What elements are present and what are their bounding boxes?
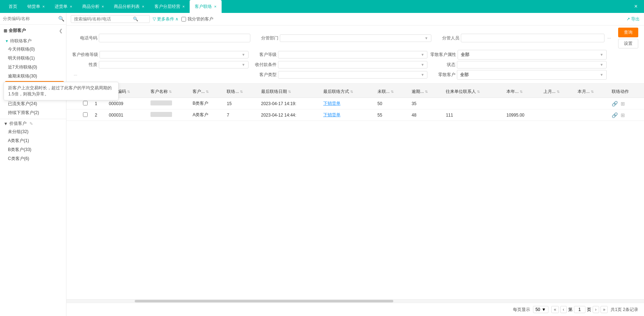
my-customers-checkbox[interactable] — [181, 17, 186, 22]
row2-method-link[interactable]: 下销货单 — [323, 112, 340, 117]
filter-cell-payment: 收付款条件 ▼ — [251, 61, 428, 69]
nav-item-sales[interactable]: 销货单 × — [22, 0, 50, 13]
nav-item-customer-tier[interactable]: 客户分层经营 × — [149, 0, 190, 13]
manager-input[interactable] — [461, 34, 604, 42]
sidebar-item-today[interactable]: 今天待联络(0) — [0, 45, 66, 54]
col-overdue-label: 逾期... — [412, 89, 424, 95]
nav-item-purchase[interactable]: 进货单 × — [50, 0, 77, 13]
manager-dots-btn[interactable]: ··· — [606, 36, 612, 41]
sidebar-item-a-class[interactable]: A类客户(1) — [0, 136, 66, 145]
scrollbar-thumb[interactable] — [135, 300, 393, 302]
sidebar-pending-group[interactable]: ▼ 待联络客户 — [0, 37, 66, 45]
nav-close-analysis[interactable]: × — [102, 0, 104, 13]
dept-select[interactable]: ▼ — [280, 34, 431, 42]
sidebar-item-b-class[interactable]: B类客户(33) — [0, 145, 66, 154]
nav-item-home[interactable]: 首页 — [4, 0, 22, 13]
horizontal-scrollbar[interactable] — [66, 299, 644, 303]
sidebar-item-c-class[interactable]: C类客户(6) — [0, 154, 66, 163]
sidebar-search-icon[interactable]: 🔍 — [58, 16, 64, 22]
row4-dots[interactable]: ··· — [72, 72, 79, 77]
search-icon[interactable]: 🔍 — [133, 16, 138, 22]
more-conditions-label: 更多条件 — [157, 16, 174, 22]
col-last-date[interactable]: 最后联络日期 ⇅ — [258, 86, 320, 98]
nav-item-analysis-list[interactable]: 商品分析列表 × — [109, 0, 149, 13]
collapse-icon[interactable]: ❮ — [59, 28, 62, 33]
row1-link-icon[interactable]: 🔗 — [612, 101, 618, 107]
row2-last-month — [540, 109, 574, 121]
col-this-month[interactable]: 本月... ⇅ — [574, 86, 608, 98]
row2-last-method[interactable]: 下销货单 — [320, 109, 374, 121]
nav-close-purchase[interactable]: × — [70, 0, 72, 13]
row2-grid-icon[interactable]: ⊞ — [621, 112, 625, 118]
customer-type-arrow: ▼ — [421, 73, 424, 77]
nav-close-customer-tier[interactable]: × — [182, 0, 185, 13]
col-this-month-sort: ⇅ — [591, 90, 594, 94]
nav-close-sales[interactable]: × — [42, 0, 45, 13]
row1-method-link[interactable]: 下销货单 — [323, 101, 340, 106]
window-close-btn[interactable]: × — [631, 3, 640, 10]
row1-grid-icon[interactable]: ⊞ — [621, 101, 625, 107]
search-input[interactable] — [74, 16, 131, 22]
customer-type-select[interactable]: ▼ — [278, 71, 428, 79]
pagination-bar: 每页显示 50 ▼ « ‹ 第 页 › » 共1页 2条记录 — [66, 303, 644, 316]
row1-name — [147, 98, 189, 109]
col-hist-contact[interactable]: 往来单位联系人 ⇅ — [442, 86, 503, 98]
sidebar-item-overdue[interactable]: 逾期未联络(30) — [0, 72, 66, 81]
query-btn[interactable]: 查询 — [618, 28, 638, 37]
payment-arrow: ▼ — [421, 63, 424, 67]
col-contact[interactable]: 联络... ⇅ — [223, 86, 257, 98]
filter-row-4: ··· 客户类型 ▼ 零散客户 全部 ▼ — [72, 70, 638, 80]
scattered-attr-select[interactable]: 全部 ▼ — [458, 50, 607, 60]
sidebar-item-ungrouped[interactable]: 未分组(32) — [0, 127, 66, 136]
sidebar-all-customers[interactable]: ⊞ 全部客户 ❮ — [0, 25, 66, 37]
row2-last-date: 2023-04-12 14:44: — [258, 109, 320, 121]
value-triangle: ▼ — [4, 121, 8, 126]
col-this-year-sort: ⇅ — [520, 90, 523, 94]
row1-this-year — [503, 98, 540, 109]
nav-close-customer-contact[interactable]: × — [214, 0, 216, 13]
sidebar-item-declining[interactable]: 持续下滑客户(2) — [0, 108, 66, 117]
customer-tier-select[interactable]: ▼ — [278, 51, 428, 58]
sidebar-item-tomorrow[interactable]: 明天待联络(1) — [0, 54, 66, 63]
value-edit-icon[interactable]: ✎ — [29, 121, 33, 126]
per-page-select[interactable]: 50 ▼ — [533, 306, 548, 313]
next-page-btn[interactable]: › — [593, 306, 599, 313]
row2-select[interactable] — [83, 112, 88, 117]
col-uncontacted[interactable]: 未联... ⇅ — [374, 86, 408, 98]
nav-item-customer-contact[interactable]: 客户联络 × — [190, 0, 221, 13]
phone-input[interactable] — [99, 34, 250, 42]
nature-select[interactable]: ▼ — [99, 61, 249, 69]
sidebar-value-group[interactable]: ▼ 价值客户 ✎ — [0, 119, 66, 127]
export-btn[interactable]: ↗ 导出 — [626, 16, 640, 22]
col-last-method[interactable]: 最后联络方式 ⇅ — [320, 86, 374, 98]
last-page-btn[interactable]: » — [601, 306, 608, 313]
settings-btn[interactable]: 设置 — [618, 39, 638, 48]
row2-link-icon[interactable]: 🔗 — [612, 112, 618, 118]
col-this-year[interactable]: 本年... ⇅ — [503, 86, 540, 98]
col-overdue[interactable]: 逾期... ⇅ — [408, 86, 442, 98]
more-conditions-btn[interactable]: ▽ 更多条件 ∧ — [153, 16, 179, 22]
status-select[interactable]: ▼ — [457, 61, 607, 69]
sidebar-search-input[interactable] — [3, 16, 57, 21]
first-page-btn[interactable]: « — [551, 306, 559, 313]
data-table-area: ⚙ 客户编码 ⇅ — [66, 86, 644, 299]
row1-last-method[interactable]: 下销货单 — [320, 98, 374, 109]
col-name[interactable]: 客户名称 ⇅ — [147, 86, 189, 98]
col-code-sort: ⇅ — [127, 90, 130, 94]
nav-close-analysis-list[interactable]: × — [142, 0, 144, 13]
price-tier-select[interactable]: ▼ — [99, 51, 249, 58]
payment-select[interactable]: ▼ — [278, 61, 428, 69]
row2-code[interactable]: 000031 — [105, 109, 147, 121]
scattered-select[interactable]: 全部 ▼ — [457, 70, 607, 80]
sidebar-item-7days[interactable]: 近7天待联络(0) — [0, 63, 66, 72]
nature-arrow: ▼ — [242, 63, 245, 67]
filter-cell-dept: 分管部门 ▼ — [253, 34, 431, 42]
nav-item-analysis[interactable]: 商品分析 × — [77, 0, 109, 13]
row1-select[interactable] — [83, 101, 88, 105]
col-type[interactable]: 客户... ⇅ — [189, 86, 223, 98]
sidebar-item-churned[interactable]: 已流失客户(24) — [0, 99, 66, 108]
phone-label: 电话号码 — [72, 35, 97, 41]
col-last-month[interactable]: 上月... ⇅ — [540, 86, 574, 98]
page-input[interactable] — [574, 306, 585, 313]
prev-page-btn[interactable]: ‹ — [560, 306, 567, 313]
